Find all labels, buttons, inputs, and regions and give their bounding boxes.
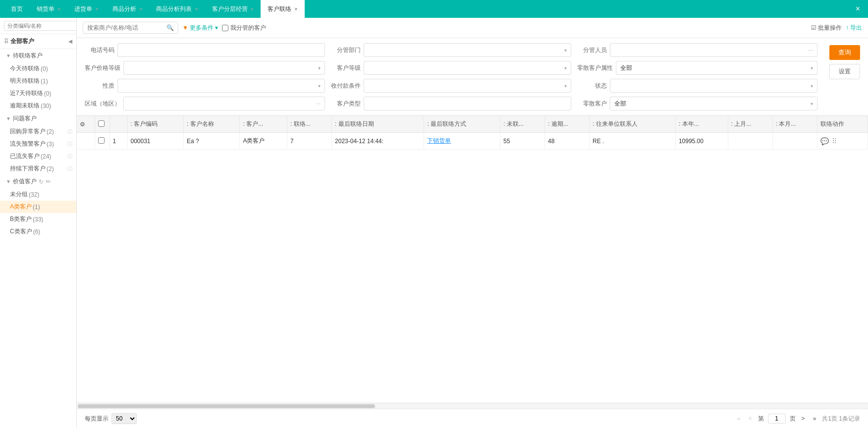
nav-customer-segment[interactable]: 客户分层经营 × — [205, 0, 261, 18]
filter-status: 状态 ▾ — [577, 79, 823, 93]
retail-attr-arrow-icon: ▾ — [811, 65, 813, 71]
global-close-button[interactable]: × — [852, 4, 864, 13]
sidebar-item-a-class[interactable]: A类客户 (1) — [0, 201, 76, 213]
close-product-analysis-tab[interactable]: × — [139, 6, 142, 12]
select-all-checkbox[interactable] — [98, 120, 105, 127]
cell-checkbox — [95, 133, 109, 150]
filter-icon: ▼ — [182, 24, 188, 31]
setting-button[interactable]: 设置 — [829, 64, 860, 79]
sidebar-item-churn-warning[interactable]: 流失预警客户 (3) ⓘ — [0, 138, 76, 150]
main-layout: 🔍 ⠿ 全部客户 ◀ ▼ 待联络客户 今天待联络 (0) 明天待联络 (1) 近… — [0, 18, 868, 428]
cell-last-month — [728, 133, 772, 150]
group-pending-contact-header[interactable]: ▼ 待联络客户 — [0, 49, 76, 62]
last-page-btn[interactable]: » — [811, 414, 818, 423]
filter-customer-level: 客户等级 ▾ — [331, 61, 577, 75]
nav-home[interactable]: 首页 — [4, 0, 30, 18]
nav-product-analysis[interactable]: 商品分析 × — [106, 0, 149, 18]
cell-this-month — [772, 133, 817, 150]
customer-level-dropdown[interactable]: ▾ — [364, 61, 571, 75]
retail-attr-dropdown[interactable]: 全部 ▾ — [616, 61, 817, 75]
scroll-thumb[interactable] — [78, 404, 375, 408]
search-icon[interactable]: 🔍 — [166, 24, 174, 31]
manager-input[interactable]: ··· — [610, 43, 817, 57]
qr-icon[interactable]: ⠿ — [832, 137, 837, 145]
edit-icon[interactable]: ✏ — [46, 178, 51, 185]
dept-dropdown[interactable]: ▾ — [364, 43, 571, 57]
close-sales-tab[interactable]: × — [57, 6, 60, 12]
page-input[interactable] — [768, 414, 786, 424]
nav-product-analysis-list[interactable]: 商品分析列表 × — [149, 0, 205, 18]
filter-region: 区域（地区） ··· — [85, 97, 331, 110]
sidebar-item-declining[interactable]: 持续下滑客户 (2) ⓘ — [0, 162, 76, 175]
cell-last-date: 2023-04-12 14:44: — [332, 133, 424, 150]
nature-dropdown[interactable]: ▾ — [117, 79, 325, 93]
group-value-header[interactable]: ▼ 价值客户 ↻ ✏ — [0, 175, 76, 188]
phone-input[interactable] — [117, 43, 325, 57]
sidebar-item-7days[interactable]: 近7天待联络 (0) — [0, 87, 76, 100]
sidebar-search-input[interactable] — [4, 21, 77, 31]
first-page-btn[interactable]: « — [735, 414, 743, 423]
col-settings: ⚙ — [77, 116, 95, 133]
col-action: 联络动作 — [817, 116, 868, 133]
my-customer-checkbox[interactable] — [222, 25, 228, 31]
page-size-select[interactable]: 10 20 50 100 — [111, 413, 137, 424]
cell-type: A类客户 — [240, 133, 287, 150]
page-nav: « < 第 页 > » 共1页 1条记录 — [735, 414, 860, 424]
nav-customer-contact[interactable]: 客户联络 × — [261, 0, 304, 18]
more-filter-arrow: ▾ — [215, 24, 218, 31]
cell-contacts: 7 — [287, 133, 332, 150]
table-header-row: ⚙ : 客户编码 : 客户名称 — [77, 116, 868, 133]
batch-ops-btn[interactable]: ☑ 批量操作 — [811, 24, 842, 32]
query-button[interactable]: 查询 — [829, 45, 860, 60]
gear-icon[interactable]: ⚙ — [80, 121, 85, 128]
sidebar-item-repurchase-anomaly[interactable]: 回购异常客户 (2) ⓘ — [0, 125, 76, 138]
nav-purchase[interactable]: 进货单 × — [67, 0, 105, 18]
col-last-month: : 上月... — [728, 116, 772, 133]
batch-icon: ☑ — [811, 24, 816, 31]
close-product-list-tab[interactable]: × — [195, 6, 198, 12]
prev-page-btn[interactable]: < — [747, 414, 754, 423]
sidebar-item-tomorrow[interactable]: 明天待联络 (1) — [0, 75, 76, 87]
refresh-icon[interactable]: ↻ — [39, 178, 44, 185]
sidebar-item-unclassified[interactable]: 未分组 (32) — [0, 188, 76, 201]
advanced-filter: 电话号码 分管部门 ▾ 分管人员 — [77, 38, 868, 116]
nav-sales[interactable]: 销货单 × — [30, 0, 67, 18]
sidebar-item-b-class[interactable]: B类客户 (33) — [0, 213, 76, 225]
filter-phone: 电话号码 — [85, 43, 331, 57]
search-input[interactable] — [87, 24, 166, 31]
customer-type-input[interactable] — [364, 97, 571, 110]
price-level-dropdown[interactable]: ▾ — [123, 61, 325, 75]
group-pending-contact: ▼ 待联络客户 今天待联络 (0) 明天待联络 (1) 近7天待联络 (0) 逾… — [0, 49, 76, 112]
close-purchase-tab[interactable]: × — [95, 6, 98, 12]
retail-customer-dropdown[interactable]: 全部 ▾ — [610, 97, 817, 110]
status-arrow-icon: ▾ — [811, 83, 813, 89]
sidebar-item-today[interactable]: 今天待联络 (0) — [0, 62, 76, 75]
filter-price-level: 客户价格等级 ▾ — [85, 61, 331, 75]
row-checkbox[interactable] — [98, 137, 105, 144]
payment-dropdown[interactable]: ▾ — [364, 79, 571, 93]
cell-company-contact: RE . — [590, 133, 676, 150]
group-problem-header[interactable]: ▼ 问题客户 — [0, 112, 76, 125]
content-area: 🔍 ▼ 更多条件 ▾ 我分管的客户 ☑ 批量操作 ↑ 导出 — [77, 18, 868, 428]
table-area: ⚙ : 客户编码 : 客户名称 — [77, 116, 868, 403]
horizontal-scrollbar[interactable] — [77, 403, 868, 409]
cell-code: 000031 — [127, 133, 183, 150]
chat-icon[interactable]: 💬 — [820, 137, 829, 145]
my-customer-filter: 我分管的客户 — [222, 24, 266, 32]
manager-dots-icon: ··· — [808, 47, 813, 54]
close-segment-tab[interactable]: × — [251, 6, 254, 12]
all-customers-header[interactable]: ⠿ 全部客户 ◀ — [0, 34, 76, 49]
sidebar-collapse-btn[interactable]: ◀ — [68, 39, 72, 44]
sidebar-item-overdue[interactable]: 逾期未联络 (30) — [0, 100, 76, 112]
col-company-contact: : 往来单位联系人 — [590, 116, 676, 133]
close-contact-tab[interactable]: × — [294, 6, 297, 12]
status-dropdown[interactable]: ▾ — [610, 79, 817, 93]
next-page-btn[interactable]: > — [800, 414, 807, 423]
table-row: 1 000031 Ea ? A类客户 7 — [77, 133, 868, 150]
sidebar-item-c-class[interactable]: C类客户 (6) — [0, 225, 76, 238]
sidebar-item-lost[interactable]: 已流失客户 (24) ⓘ — [0, 150, 76, 162]
info-icon-churn: ⓘ — [67, 141, 72, 148]
more-filter-btn[interactable]: ▼ 更多条件 ▾ — [182, 24, 218, 32]
region-input[interactable]: ··· — [123, 97, 325, 110]
export-btn[interactable]: ↑ 导出 — [846, 24, 862, 32]
